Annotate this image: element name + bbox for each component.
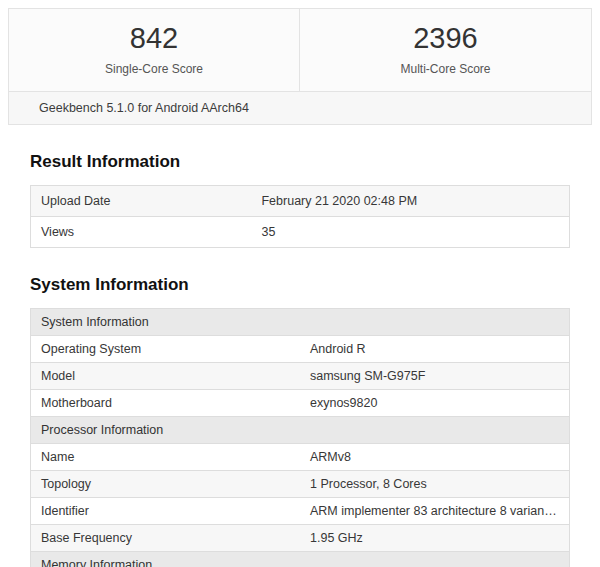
result-information-table: Upload Date February 21 2020 02:48 PM Vi…	[30, 185, 570, 248]
system-information-table: System Information Operating System Andr…	[30, 308, 570, 567]
row-label: Views	[31, 217, 252, 248]
row-label: Name	[31, 444, 301, 471]
table-row: Base Frequency 1.95 GHz	[31, 525, 570, 552]
table-row: Model samsung SM-G975F	[31, 363, 570, 390]
multi-core-score-label: Multi-Core Score	[300, 62, 591, 76]
geekbench-result-page: 842 Single-Core Score 2396 Multi-Core Sc…	[0, 0, 600, 567]
row-value: 35	[251, 217, 569, 248]
table-row: Name ARMv8	[31, 444, 570, 471]
section-header-row: Memory Information	[31, 552, 570, 567]
single-core-score-value: 842	[9, 22, 299, 55]
page-body: 842 Single-Core Score 2396 Multi-Core Sc…	[0, 0, 600, 567]
row-value: Android R	[300, 336, 570, 363]
table-row: Views 35	[31, 217, 570, 248]
row-label: Identifier	[31, 498, 301, 525]
table-row: Motherboard exynos9820	[31, 390, 570, 417]
section-header: Processor Information	[31, 417, 570, 444]
row-value: ARM implementer 83 architecture 8 varian…	[300, 498, 570, 525]
table-row: Identifier ARM implementer 83 architectu…	[31, 498, 570, 525]
table-row: Operating System Android R	[31, 336, 570, 363]
result-information-title: Result Information	[30, 152, 570, 172]
single-core-score-cell: 842 Single-Core Score	[9, 9, 300, 91]
multi-core-score-value: 2396	[300, 22, 591, 55]
row-value: 1 Processor, 8 Cores	[300, 471, 570, 498]
section-header: Memory Information	[31, 552, 570, 567]
score-panel: 842 Single-Core Score 2396 Multi-Core Sc…	[8, 8, 592, 125]
content-area: Result Information Upload Date February …	[30, 152, 570, 567]
row-label: Motherboard	[31, 390, 301, 417]
row-value: exynos9820	[300, 390, 570, 417]
score-row: 842 Single-Core Score 2396 Multi-Core Sc…	[9, 9, 591, 91]
system-information-title: System Information	[30, 275, 570, 295]
section-header-row: System Information	[31, 309, 570, 336]
row-value: February 21 2020 02:48 PM	[251, 186, 569, 217]
section-header-row: Processor Information	[31, 417, 570, 444]
table-row: Upload Date February 21 2020 02:48 PM	[31, 186, 570, 217]
section-header: System Information	[31, 309, 570, 336]
row-label: Topology	[31, 471, 301, 498]
benchmark-version-line: Geekbench 5.1.0 for Android AArch64	[9, 91, 591, 124]
row-label: Operating System	[31, 336, 301, 363]
single-core-score-label: Single-Core Score	[9, 62, 299, 76]
row-label: Base Frequency	[31, 525, 301, 552]
row-label: Model	[31, 363, 301, 390]
row-value: samsung SM-G975F	[300, 363, 570, 390]
multi-core-score-cell: 2396 Multi-Core Score	[300, 9, 591, 91]
row-value: 1.95 GHz	[300, 525, 570, 552]
table-row: Topology 1 Processor, 8 Cores	[31, 471, 570, 498]
row-label: Upload Date	[31, 186, 252, 217]
row-value: ARMv8	[300, 444, 570, 471]
